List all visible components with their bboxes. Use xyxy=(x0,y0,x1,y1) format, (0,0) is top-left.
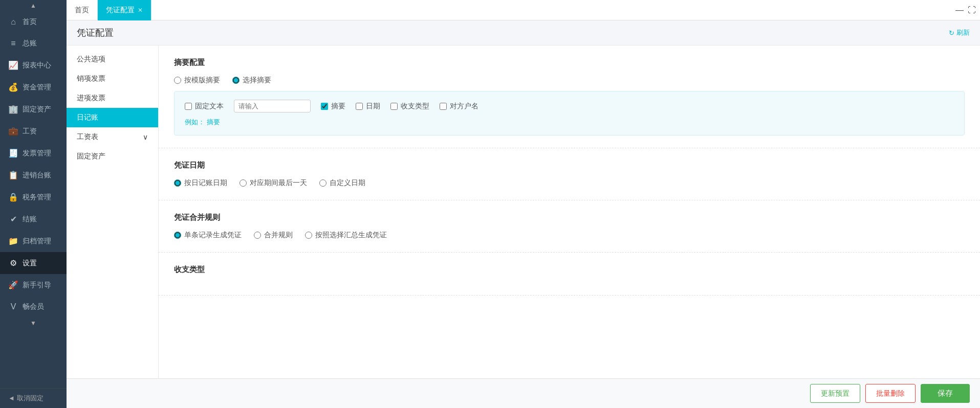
payroll-icon: 💼 xyxy=(8,126,18,136)
guide-icon: 🚀 xyxy=(8,280,18,290)
settings-icon: ⚙ xyxy=(8,258,18,268)
summary-radio-group: 按模版摘要 选择摘要 xyxy=(174,76,965,85)
template-summary-input[interactable] xyxy=(174,77,181,84)
pin-icon: ◄ xyxy=(8,394,15,402)
period-last-day-input[interactable] xyxy=(239,179,247,187)
sidebar-item-archive[interactable]: 📁 归档管理 xyxy=(0,230,67,252)
date-checkbox[interactable]: 日期 xyxy=(356,102,380,111)
tab-bar: 首页 凭证配置 ✕ — ⛶ xyxy=(67,0,980,20)
archive-icon: 📁 xyxy=(8,236,18,246)
right-content: 摘要配置 按模版摘要 选择摘要 xyxy=(159,46,980,408)
left-nav-public[interactable]: 公共选项 xyxy=(67,50,158,69)
sidebar-item-assets[interactable]: 🏢 固定资产 xyxy=(0,98,67,120)
bottom-bar: 更新预置 批量删除 保存 xyxy=(67,378,980,408)
chevron-down-icon: ∨ xyxy=(143,133,148,141)
voucher-date-section: 凭证日期 按日记账日期 对应期间最后一天 自定义日期 xyxy=(159,148,980,200)
sidebar-item-payroll[interactable]: 💼 工资 xyxy=(0,120,67,142)
cancel-pin-button[interactable]: ◄ 取消固定 xyxy=(0,388,67,408)
custom-date-input[interactable] xyxy=(319,179,326,187)
select-summary-generate-radio[interactable]: 按照选择汇总生成凭证 xyxy=(305,231,387,240)
select-summary-radio[interactable]: 选择摘要 xyxy=(232,76,271,85)
page-header: 凭证配置 ↻ 刷新 xyxy=(67,20,980,46)
sidebar-item-ledger[interactable]: ≡ 总账 xyxy=(0,33,67,54)
sidebar-item-tax[interactable]: 🔒 税务管理 xyxy=(0,186,67,208)
funds-icon: 💰 xyxy=(8,82,18,92)
income-type-section: 收支类型 xyxy=(159,253,980,296)
income-type-checkbox[interactable]: 收支类型 xyxy=(390,102,429,111)
update-preview-button[interactable]: 更新预置 xyxy=(810,384,860,403)
ledger-icon: ≡ xyxy=(8,39,18,48)
tab-bar-actions: — ⛶ xyxy=(955,6,980,15)
select-summary-input[interactable] xyxy=(232,77,239,84)
minimize-icon[interactable]: — xyxy=(955,6,964,15)
sidebar-item-home[interactable]: ⌂ 首页 xyxy=(0,11,67,33)
fixed-text-field[interactable] xyxy=(234,100,311,112)
left-nav-payroll-table[interactable]: 工资表 ∨ xyxy=(67,127,158,147)
date-input[interactable] xyxy=(356,103,363,110)
sidebar-item-sales-ledger[interactable]: 📋 进销台账 xyxy=(0,164,67,186)
income-type-input[interactable] xyxy=(390,103,398,110)
merge-rules-title: 凭证合并规则 xyxy=(174,213,965,222)
custom-date-radio[interactable]: 自定义日期 xyxy=(319,178,365,188)
sidebar-item-vip[interactable]: V 畅会员 xyxy=(0,296,67,318)
summary-checkbox[interactable]: 摘要 xyxy=(321,102,345,111)
vip-icon: V xyxy=(8,302,18,311)
home-icon: ⌂ xyxy=(8,17,18,27)
single-record-radio[interactable]: 单条记录生成凭证 xyxy=(174,231,242,240)
sidebar-item-reports[interactable]: 📈 报表中心 xyxy=(0,54,67,76)
counterpart-input[interactable] xyxy=(440,103,447,110)
single-record-input[interactable] xyxy=(174,232,181,239)
sidebar-item-settings[interactable]: ⚙ 设置 xyxy=(0,252,67,274)
batch-delete-button[interactable]: 批量删除 xyxy=(865,384,916,403)
body-layout: 公共选项 销项发票 进项发票 日记账 工资表 ∨ 固定资产 xyxy=(67,46,980,408)
tab-voucher-config[interactable]: 凭证配置 ✕ xyxy=(98,0,151,20)
merge-rules-input[interactable] xyxy=(254,232,261,239)
content-area: 凭证配置 ↻ 刷新 公共选项 销项发票 进项发票 日记账 xyxy=(67,20,980,408)
maximize-icon[interactable]: ⛶ xyxy=(968,6,976,15)
sidebar-item-closing[interactable]: ✔ 结账 xyxy=(0,208,67,230)
tax-icon: 🔒 xyxy=(8,192,18,202)
journal-date-radio[interactable]: 按日记账日期 xyxy=(174,178,227,188)
left-nav-journal[interactable]: 日记账 xyxy=(67,108,158,127)
closing-icon: ✔ xyxy=(8,214,18,224)
voucher-date-radio-group: 按日记账日期 对应期间最后一天 自定义日期 xyxy=(174,178,965,188)
voucher-date-title: 凭证日期 xyxy=(174,161,965,170)
sidebar-scroll-down[interactable]: ▼ xyxy=(0,318,67,329)
refresh-button[interactable]: ↻ 刷新 xyxy=(949,28,970,37)
sidebar: ▲ ⌂ 首页 ≡ 总账 📈 报表中心 💰 资金管理 🏢 固定资产 💼 工资 🧾 … xyxy=(0,0,67,408)
merge-rules-radio-group: 单条记录生成凭证 合并规则 按照选择汇总生成凭证 xyxy=(174,231,965,240)
summary-config-box: 固定文本 摘要 日期 xyxy=(174,91,965,135)
invoice-mgmt-icon: 🧾 xyxy=(8,148,18,158)
main-content: 首页 凭证配置 ✕ — ⛶ 凭证配置 ↻ 刷新 公共选项 xyxy=(67,0,980,408)
summary-config-title: 摘要配置 xyxy=(174,58,965,67)
income-type-title: 收支类型 xyxy=(174,265,965,275)
fixed-text-input[interactable] xyxy=(185,103,192,110)
example-text: 例如： 摘要 xyxy=(185,118,954,127)
sidebar-scroll-up[interactable]: ▲ xyxy=(0,0,67,11)
left-nav-purchase-invoice[interactable]: 进项发票 xyxy=(67,88,158,108)
sales-ledger-icon: 📋 xyxy=(8,170,18,180)
left-nav-fixed-assets[interactable]: 固定资产 xyxy=(67,147,158,166)
reports-icon: 📈 xyxy=(8,60,18,70)
summary-config-row: 固定文本 摘要 日期 xyxy=(185,100,954,112)
refresh-icon: ↻ xyxy=(949,29,954,37)
template-summary-radio[interactable]: 按模版摘要 xyxy=(174,76,220,85)
assets-icon: 🏢 xyxy=(8,104,18,114)
fixed-text-checkbox[interactable]: 固定文本 xyxy=(185,102,224,111)
left-nav: 公共选项 销项发票 进项发票 日记账 工资表 ∨ 固定资产 xyxy=(67,46,159,408)
counterpart-checkbox[interactable]: 对方户名 xyxy=(440,102,478,111)
close-tab-icon[interactable]: ✕ xyxy=(138,7,143,14)
period-last-day-radio[interactable]: 对应期间最后一天 xyxy=(239,178,307,188)
select-summary-generate-input[interactable] xyxy=(305,232,312,239)
left-nav-sales-invoice[interactable]: 销项发票 xyxy=(67,69,158,88)
merge-rules-radio[interactable]: 合并规则 xyxy=(254,231,293,240)
sidebar-item-funds[interactable]: 💰 资金管理 xyxy=(0,76,67,98)
save-button[interactable]: 保存 xyxy=(921,384,970,403)
tab-home[interactable]: 首页 xyxy=(67,0,98,20)
journal-date-input[interactable] xyxy=(174,179,181,187)
sidebar-item-invoice-mgmt[interactable]: 🧾 发票管理 xyxy=(0,142,67,164)
sidebar-item-guide[interactable]: 🚀 新手引导 xyxy=(0,274,67,296)
merge-rules-section: 凭证合并规则 单条记录生成凭证 合并规则 按照选择汇总生成凭证 xyxy=(159,200,980,253)
page-title: 凭证配置 xyxy=(77,27,114,39)
summary-input[interactable] xyxy=(321,103,328,110)
